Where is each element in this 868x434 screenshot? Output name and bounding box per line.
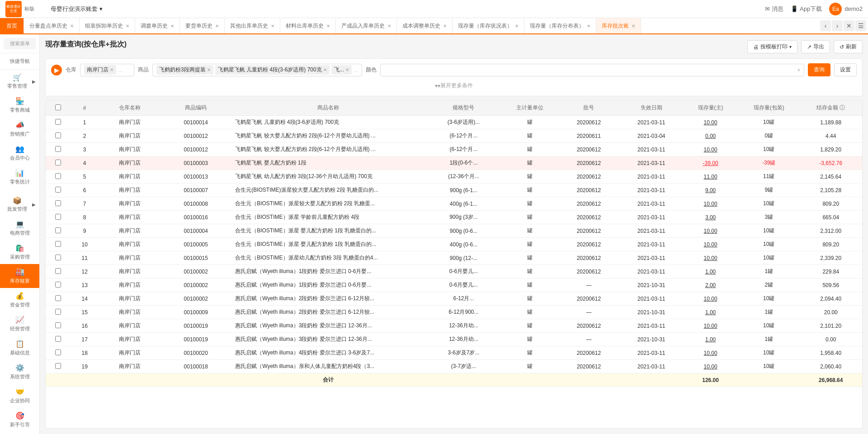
cell-check[interactable] <box>46 129 71 143</box>
tab-inventory-status[interactable]: 现存量（库存状况表） ✕ <box>453 18 524 33</box>
cell-check[interactable] <box>46 143 71 156</box>
close-tab-other-out[interactable]: ✕ <box>271 24 274 28</box>
close-tab-batch-voucher[interactable]: ✕ <box>632 24 635 28</box>
cell-qty-main[interactable]: 10.00 <box>683 143 738 156</box>
tab-other-out[interactable]: 其他出库单历史 ✕ <box>225 18 280 33</box>
remove-warehouse-tag[interactable]: ✕ <box>110 67 113 72</box>
cell-qty-main[interactable]: 10.00 <box>683 224 738 238</box>
cell-check[interactable] <box>46 333 71 346</box>
filter-expand-arrow[interactable]: ▶ <box>51 65 62 75</box>
cell-check[interactable] <box>46 211 71 224</box>
cell-qty-main[interactable]: 10.00 <box>683 292 738 306</box>
row-checkbox-1[interactable] <box>55 132 61 138</box>
sidebar-item-sys-mgmt[interactable]: ⚙️ 系统管理 <box>0 360 39 384</box>
cell-qty-main[interactable]: 10.00 <box>683 346 738 360</box>
close-tab-product-in[interactable]: ✕ <box>387 24 391 28</box>
sidebar-item-retail-shop[interactable]: 🏪 零售商城 <box>0 93 39 117</box>
warehouse-filter-input[interactable]: 南岸门店 ✕ ... <box>80 64 134 76</box>
tab-disassemble[interactable]: 组装拆卸单历史 ✕ <box>80 18 135 33</box>
settings-btn[interactable]: 设置 <box>834 63 857 76</box>
cell-check[interactable] <box>46 170 71 184</box>
cell-check[interactable] <box>46 292 71 306</box>
cell-check[interactable] <box>46 224 71 238</box>
row-checkbox-18[interactable] <box>55 363 61 369</box>
sidebar-item-app-center[interactable]: 📱 应用中心 <box>0 432 39 434</box>
row-checkbox-3[interactable] <box>55 160 61 165</box>
row-checkbox-13[interactable] <box>55 295 61 301</box>
cell-qty-main[interactable]: -39.00 <box>683 156 738 170</box>
cell-qty-main[interactable]: 10.00 <box>683 360 738 373</box>
tab-prev-btn[interactable]: ‹ <box>820 20 831 31</box>
row-checkbox-17[interactable] <box>55 349 61 355</box>
cell-check[interactable] <box>46 360 71 373</box>
cell-check[interactable] <box>46 238 71 251</box>
tab-home[interactable]: 首页 <box>0 18 24 33</box>
cell-qty-main[interactable]: 1.00 <box>683 333 738 346</box>
color-filter-input[interactable]: ▾ <box>380 64 804 76</box>
row-checkbox-11[interactable] <box>55 268 61 274</box>
sidebar-item-basic-info[interactable]: 📋 基础信息 <box>0 336 39 360</box>
query-btn[interactable]: 查询 <box>808 63 830 76</box>
cell-qty-main[interactable]: 10.00 <box>683 251 738 265</box>
tab-picking[interactable]: 调拨单历史 ✕ <box>135 18 180 33</box>
sidebar-item-new-guide[interactable]: 🎯 新手引导 <box>0 408 39 432</box>
sidebar-item-members[interactable]: 👥 会员中心 <box>0 141 39 165</box>
cell-check[interactable] <box>46 116 71 129</box>
sidebar-item-marketing[interactable]: 📣 营销推广 <box>0 117 39 141</box>
cell-qty-main[interactable]: 0.00 <box>683 129 738 143</box>
close-tab-disassemble[interactable]: ✕ <box>126 24 129 28</box>
cell-qty-main[interactable]: 1.00 <box>683 306 738 319</box>
sidebar-item-ecommerce[interactable]: 💻 电商管理 <box>0 216 39 240</box>
row-checkbox-10[interactable] <box>55 255 61 260</box>
refresh-btn[interactable]: ↺ 刷新 <box>834 40 863 53</box>
row-checkbox-15[interactable] <box>55 322 61 328</box>
tab-inventory-dist[interactable]: 现存量（库存分布表） ✕ <box>524 18 596 33</box>
cell-check[interactable] <box>46 184 71 197</box>
sidebar-item-inventory[interactable]: 🏭 库存核算 <box>0 264 39 288</box>
close-tab-cost-adjust[interactable]: ✕ <box>443 24 447 28</box>
sidebar-item-retail-mgmt[interactable]: 🛒 零售管理 ▶ <box>0 70 39 93</box>
remove-product-tag-1[interactable]: ✕ <box>207 67 211 72</box>
sidebar-item-purchase[interactable]: 🛍️ 采购管理 <box>0 240 39 264</box>
cell-check[interactable] <box>46 306 71 319</box>
cell-check[interactable] <box>46 265 71 278</box>
col-header-check[interactable] <box>46 100 71 116</box>
cell-qty-main[interactable]: 11.00 <box>683 170 738 184</box>
select-all-checkbox[interactable] <box>55 104 61 110</box>
search-menu-btn[interactable]: 搜索菜单 <box>4 38 36 49</box>
cell-qty-main[interactable]: 1.00 <box>683 265 738 278</box>
row-checkbox-0[interactable] <box>55 119 61 125</box>
cell-qty-main[interactable]: 3.00 <box>683 211 738 224</box>
row-checkbox-16[interactable] <box>55 336 61 342</box>
user-info[interactable]: Ea demo2 <box>829 3 863 15</box>
tab-product-in[interactable]: 产成品入库单历史 ✕ <box>336 18 397 33</box>
export-btn[interactable]: ↗ 导出 <box>801 40 830 53</box>
close-tab-split-inventory[interactable]: ✕ <box>70 24 74 28</box>
row-checkbox-6[interactable] <box>55 200 61 206</box>
app-download-btn[interactable]: 📱 App下载 <box>791 5 822 13</box>
row-checkbox-9[interactable] <box>55 241 61 247</box>
cell-qty-main[interactable]: 10.00 <box>683 116 738 129</box>
row-checkbox-2[interactable] <box>55 146 61 152</box>
cell-check[interactable] <box>46 319 71 333</box>
tab-next-btn[interactable]: › <box>832 20 843 31</box>
tab-close-all-btn[interactable]: ✕ <box>844 20 854 31</box>
remove-product-tag-2[interactable]: ✕ <box>323 67 327 72</box>
row-checkbox-14[interactable] <box>55 309 61 315</box>
row-checkbox-5[interactable] <box>55 187 61 193</box>
sidebar-item-retail-stats[interactable]: 📊 零售统计 <box>0 165 39 189</box>
close-tab-requisition[interactable]: ✕ <box>215 24 219 28</box>
remove-product-tag-3[interactable]: ✕ <box>345 67 349 72</box>
product-filter-input[interactable]: 飞鹤奶粉3段两提装 ✕ 飞鹤星飞帆 儿童奶粉 4段(3-6岁适用) 700克 ✕… <box>152 64 362 76</box>
tab-batch-voucher[interactable]: 库存批次账 ✕ <box>596 18 641 33</box>
tab-material-out[interactable]: 材料出库单历史 ✕ <box>280 18 336 33</box>
cell-check[interactable] <box>46 278 71 292</box>
cell-qty-main[interactable]: 10.00 <box>683 319 738 333</box>
cell-check[interactable] <box>46 346 71 360</box>
cell-check[interactable] <box>46 156 71 170</box>
account-selector[interactable]: 母婴行业演示账套 ▾ <box>51 5 103 13</box>
sidebar-item-wholesale[interactable]: 📦 批发管理 ▶ <box>0 193 39 216</box>
sidebar-item-operations[interactable]: 📈 经营管理 <box>0 312 39 336</box>
message-btn[interactable]: ✉ 消息 <box>765 5 783 13</box>
close-tab-inventory-status[interactable]: ✕ <box>515 24 519 28</box>
